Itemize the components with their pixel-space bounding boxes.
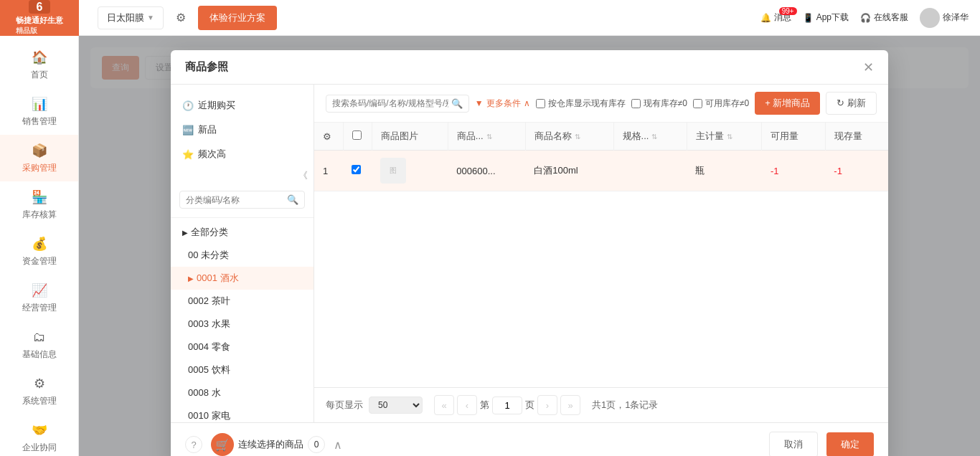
first-page-button[interactable]: «: [434, 395, 454, 415]
th-settings: ⚙: [314, 123, 343, 151]
basic-info-icon: 🗂: [31, 328, 48, 346]
dropdown-arrow-icon: ▼: [147, 14, 154, 22]
footer-left: ? 🛒 连续选择的商品 0 ∧: [185, 433, 760, 456]
left-nav-recent[interactable]: 🕐 近期购买: [171, 93, 314, 118]
refresh-button[interactable]: ↻ 刷新: [826, 92, 877, 115]
per-page-select[interactable]: 50 10 20 100: [369, 396, 423, 414]
sidebar-item-operations[interactable]: 📈 经营管理: [0, 275, 78, 321]
sidebar-item-finance[interactable]: 💰 资金管理: [0, 228, 78, 275]
category-all[interactable]: ▶ 全部分类: [171, 221, 314, 244]
category-divider: [171, 217, 314, 218]
th-code[interactable]: 商品... ⇅: [448, 123, 525, 151]
category-snack[interactable]: 0004 零食: [171, 336, 314, 358]
category-beverage[interactable]: 0005 饮料: [171, 358, 314, 381]
product-search-input[interactable]: [332, 98, 448, 108]
category-fruit[interactable]: 0003 水果: [171, 313, 314, 336]
trial-button[interactable]: 体验行业方案: [198, 6, 277, 30]
dialog-toolbar: 🔍 ▼ 更多条件 ∧ 按仓库显示现有库存: [314, 85, 888, 123]
product-image-placeholder: 图: [380, 158, 406, 184]
stock-nonzero-filter-label[interactable]: 现有库存≠0: [631, 98, 687, 110]
category-water[interactable]: 0008 水: [171, 381, 314, 404]
select-all-checkbox[interactable]: [352, 130, 362, 140]
cart-button[interactable]: 🛒: [211, 433, 234, 456]
confirm-button[interactable]: 确定: [826, 432, 874, 456]
dialog-left-panel: 🕐 近期购买 🆕 新品 ⭐ 频次高 《: [171, 85, 314, 422]
sidebar-item-sales[interactable]: 📊 销售管理: [0, 88, 78, 135]
product-search-wrap[interactable]: 🔍: [326, 95, 469, 113]
warehouse-filter-checkbox[interactable]: [536, 99, 545, 108]
th-unit[interactable]: 主计量 ⇅: [687, 123, 762, 151]
filter-arrow-icon: ∧: [524, 98, 530, 108]
dialog-body: 🕐 近期购买 🆕 新品 ⭐ 频次高 《: [171, 85, 888, 422]
category-tea[interactable]: 0002 茶叶: [171, 290, 314, 313]
td-stock: -1: [825, 151, 888, 191]
top-nav: 6 畅捷通好生意 精品版 日太阳膜 ▼ ⚙ 体验行业方案 🔔 消息 99+ 📱 …: [0, 0, 980, 36]
th-available: 可用量: [762, 123, 825, 151]
last-page-button[interactable]: »: [560, 395, 580, 415]
user-avatar-area[interactable]: 徐泽华: [920, 8, 969, 28]
sidebar-item-purchase[interactable]: 📦 采购管理: [0, 135, 78, 181]
bell-icon: 🔔: [760, 13, 771, 23]
per-page-label: 每页显示: [326, 399, 363, 412]
left-nav-new[interactable]: 🆕 新品: [171, 118, 314, 142]
th-spec[interactable]: 规格... ⇅: [613, 123, 687, 151]
page-number-input[interactable]: [492, 396, 522, 414]
category-uncategorized[interactable]: 00 未分类: [171, 244, 314, 267]
sidebar-item-basic-info[interactable]: 🗂 基础信息: [0, 321, 78, 368]
sidebar-item-enterprise[interactable]: 🤝 企业协同: [0, 414, 78, 456]
filter-button[interactable]: ▼ 更多条件 ∧: [475, 98, 530, 110]
collapse-left-icon: 《: [298, 169, 308, 182]
settings-icon[interactable]: ⚙: [323, 131, 331, 142]
sort-icon: ⇅: [575, 133, 580, 141]
filter-icon: ▼: [475, 98, 484, 108]
sales-icon: 📊: [31, 95, 48, 113]
td-spec: [613, 151, 687, 191]
warehouse-filter-label[interactable]: 按仓库显示现有库存: [536, 98, 626, 110]
available-nonzero-filter-label[interactable]: 可用库存≠0: [693, 98, 749, 110]
add-product-button[interactable]: + 新增商品: [755, 92, 820, 115]
sort-icon: ⇅: [727, 133, 732, 141]
gear-icon[interactable]: ⚙: [169, 6, 192, 29]
operations-icon: 📈: [31, 282, 48, 299]
purchase-icon: 📦: [31, 142, 48, 159]
table-row[interactable]: 1 图 000600... 白酒100ml: [314, 151, 888, 191]
dialog-header: 商品参照 ✕: [171, 50, 888, 85]
logo-icon: 6: [29, 0, 50, 14]
help-icon[interactable]: ?: [185, 436, 202, 453]
search-icon: 🔍: [287, 194, 298, 205]
online-service[interactable]: 🎧 在线客服: [860, 11, 908, 24]
category-liquor[interactable]: ▶ 0001 酒水: [171, 267, 314, 290]
footer-collapse-icon[interactable]: ∧: [334, 438, 342, 452]
sidebar: 🏠 首页 📊 销售管理 📦 采购管理 🏪 库存核算 💰 资金管理 📈 经营管理 …: [0, 36, 79, 456]
finance-icon: 💰: [31, 235, 48, 252]
stock-nonzero-checkbox[interactable]: [631, 99, 641, 108]
category-appliance[interactable]: 0010 家电: [171, 404, 314, 422]
sidebar-item-home[interactable]: 🏠 首页: [0, 42, 78, 88]
td-checkbox[interactable]: [343, 151, 372, 191]
left-nav-frequent[interactable]: ⭐ 频次高: [171, 142, 314, 166]
category-search-input[interactable]: [186, 195, 284, 205]
dialog-overlay: 商品参照 ✕ 🕐 近期购买 🆕 新品: [79, 36, 980, 456]
product-table-wrap: ⚙ 商品图片: [314, 123, 888, 387]
row-checkbox[interactable]: [352, 165, 361, 174]
category-search-box[interactable]: 🔍: [179, 191, 305, 209]
nav-center: 日太阳膜 ▼ ⚙ 体验行业方案: [98, 6, 760, 30]
dialog-title: 商品参照: [185, 60, 228, 74]
pagination-area: 每页显示 50 10 20 100 « ‹ 第: [314, 387, 888, 422]
nav-dropdown[interactable]: 日太阳膜 ▼: [98, 6, 164, 29]
available-nonzero-checkbox[interactable]: [693, 99, 702, 108]
left-panel-collapse-btn[interactable]: 《: [171, 166, 314, 185]
cancel-button[interactable]: 取消: [769, 432, 818, 456]
app-download[interactable]: 📱 App下载: [803, 11, 849, 24]
dialog-close-button[interactable]: ✕: [863, 61, 874, 74]
avatar: [920, 8, 940, 28]
notifications[interactable]: 🔔 消息 99+: [760, 11, 791, 24]
logo: 6 畅捷通好生意 精品版: [0, 0, 79, 36]
next-page-button[interactable]: ›: [537, 395, 557, 415]
main-layout: 🏠 首页 📊 销售管理 📦 采购管理 🏪 库存核算 💰 资金管理 📈 经营管理 …: [0, 36, 980, 456]
prev-page-button[interactable]: ‹: [457, 395, 477, 415]
sidebar-item-system[interactable]: ⚙ 系统管理: [0, 368, 78, 414]
sidebar-item-inventory[interactable]: 🏪 库存核算: [0, 181, 78, 228]
table-header-row: ⚙ 商品图片: [314, 123, 888, 151]
th-name[interactable]: 商品名称 ⇅: [525, 123, 613, 151]
